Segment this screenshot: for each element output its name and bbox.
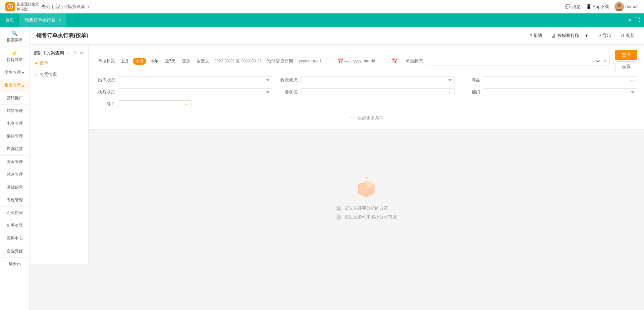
customer-dots-icon: ··· [184, 102, 189, 107]
sidebar-item-enterprise[interactable]: 企业协同 [0, 207, 29, 219]
sidebar-item-member-label: 畅会员 [9, 261, 21, 267]
sidebar-item-basic-info[interactable]: 基础信息 [0, 181, 29, 194]
sidebar-item-inventory[interactable]: 库存核算 [0, 143, 29, 156]
sidebar-item-sales[interactable]: 销售管理 [0, 105, 29, 117]
sidebar-item-finance[interactable]: 资金管理 [0, 156, 29, 168]
tab-home[interactable]: 首页 [0, 13, 19, 27]
edit-filter-icon[interactable]: ✎ [73, 50, 77, 56]
empty-tip-1: 1 请先选择要分析的方案 [336, 205, 397, 211]
expected-date-end-input[interactable] [350, 57, 390, 65]
svg-point-2 [618, 4, 621, 7]
empty-state: 1 请先选择要分析的方案 2 用过滤条件来缩小分析范围 [336, 173, 397, 220]
outbound-status-select[interactable] [118, 76, 272, 84]
calendar-end-icon[interactable]: 📅 [392, 58, 397, 64]
sidebar-item-wechat-work[interactable]: 企业微信 [0, 245, 29, 258]
sidebar-item-quick-nav-label: 快捷导航 [7, 57, 23, 63]
goods-input[interactable]: ··· [483, 76, 637, 84]
calendar-start-icon[interactable]: 📅 [337, 58, 343, 64]
sidebar-item-marketing[interactable]: 营销推广 [0, 92, 29, 105]
filter-item-欠货情况[interactable]: ○ 欠货情况 [30, 69, 88, 80]
filter-item-按单-icon: ● [35, 60, 38, 66]
goods-dots-icon: ··· [630, 78, 634, 83]
avatar [614, 2, 624, 11]
date-btn-7days[interactable]: 近7天 [162, 58, 178, 65]
outbound-status-field: 出库状态 ▼ [95, 76, 272, 84]
sidebar-item-ecommerce[interactable]: 电商管理 [0, 117, 29, 130]
tab-maximize-icon[interactable]: ⛶ [635, 17, 640, 23]
sidebar-item-wholesale[interactable]: 批发管理 ▲ [0, 79, 29, 92]
payment-status-field: 收款状态 ▼ [278, 76, 455, 84]
sidebar-item-search-menu-label: 搜索菜单 [7, 37, 23, 43]
sidebar-item-marketing-label: 营销推广 [7, 95, 23, 101]
sidebar-item-inventory-label: 库存核算 [7, 146, 23, 152]
sidebar-item-app-center[interactable]: 应用中心 [0, 232, 29, 245]
date-btn-more[interactable]: 更多 [179, 58, 193, 65]
sidebar-item-operations[interactable]: 经营管理 [0, 168, 29, 181]
tip-num-1: 1 [336, 205, 342, 211]
dept-select-wrapper: ▼ [483, 88, 637, 96]
customer-field: 客户 ··· [95, 100, 274, 108]
doc-status-dropdown-icon[interactable]: ▼ [601, 59, 609, 63]
print-dropdown-arrow[interactable]: ▼ [582, 32, 591, 40]
search-menu-icon: 🔍 [11, 30, 18, 37]
sidebar-item-guide-label: 新手引导 [7, 223, 23, 228]
filter-item-欠货情况-label: 欠货情况 [40, 71, 57, 78]
query-button[interactable]: 查询 [615, 50, 637, 60]
export-button[interactable]: ↗ 导出 [595, 31, 614, 40]
message-button[interactable]: 💬 消息 [565, 4, 581, 10]
doc-status-select[interactable] [426, 57, 601, 65]
add-filter-icon[interactable]: ＋ [66, 50, 71, 56]
settings-button[interactable]: 设置 [615, 61, 637, 72]
salesperson-dots-icon: ··· [447, 90, 452, 95]
sidebar-item-sys-mgmt-label: 系统管理 [7, 197, 23, 203]
date-filter-buttons: 上月 本月 本年 近7天 更多 自定义 2023-03-01 至 2023-03… [118, 58, 262, 65]
top-bar: 畅捷通好生意 标准版 办公用品行业模拟账套 ▼ 💬 消息 📱 App下载 dem… [0, 0, 644, 13]
date-btn-custom[interactable]: 自定义 [194, 58, 212, 65]
payment-status-select[interactable] [301, 76, 455, 84]
collapse-filters-button[interactable]: ⌃⌃ 收起更多条件 [95, 112, 637, 124]
date-btn-this-month[interactable]: 本月 [133, 58, 146, 65]
expected-date-field: 预计交货日期 📅 — 📅 [267, 57, 397, 65]
exec-status-select[interactable] [118, 88, 272, 96]
exec-select-wrapper: ▼ [118, 88, 272, 96]
tab-bar-right: ✕ ⛶ [628, 17, 644, 23]
salesperson-input[interactable]: ··· [301, 88, 455, 96]
tab-close-window-icon[interactable]: ✕ [628, 17, 632, 23]
tab-close-icon[interactable]: × [59, 18, 61, 22]
tab-bar: 首页 销售订单执行表 × ✕ ⛶ [0, 13, 644, 27]
search-row-3: 执行状态 ▼ 业务员 ··· [95, 88, 637, 96]
print-button[interactable]: 🖨 按模板打印 [549, 31, 582, 40]
customer-input[interactable]: ··· [118, 100, 192, 108]
sidebar-item-purchase[interactable]: 采购管理 [0, 130, 29, 143]
collapse-filter-icon[interactable]: ≪ [79, 50, 84, 56]
sidebar-item-member[interactable]: 畅会员 [0, 258, 29, 270]
sidebar: 🔍 搜索菜单 ⚡ 快捷导航 零售管理 ▼ 批发管理 ▲ 营销推广 销售管理 电商… [0, 27, 30, 310]
filter-item-欠货情况-icon: ○ [35, 72, 38, 77]
svg-marker-6 [364, 176, 369, 180]
sidebar-item-guide[interactable]: 新手引导 [0, 219, 29, 232]
sidebar-item-wholesale-label: 批发管理 [5, 83, 21, 88]
message-icon: 💬 [565, 4, 571, 9]
help-button[interactable]: ? 帮助 [527, 31, 545, 40]
date-btn-this-year[interactable]: 本年 [148, 58, 161, 65]
expected-date-start-input[interactable] [296, 57, 336, 65]
tab-active[interactable]: 销售订单执行表 × [19, 13, 66, 27]
results-area: 1 请先选择要分析的方案 2 用过滤条件来缩小分析范围 [89, 130, 644, 264]
doc-status-label: 单据状态 [403, 58, 423, 64]
date-btn-last-month[interactable]: 上月 [118, 58, 131, 65]
search-row-2: 出库状态 ▼ 收款状态 ▼ [95, 76, 637, 84]
sidebar-item-search-menu[interactable]: 🔍 搜索菜单 [0, 27, 29, 47]
app-download-button[interactable]: 📱 App下载 [586, 4, 609, 10]
breadcrumb[interactable]: 办公用品行业模拟账套 ▼ [42, 4, 90, 10]
sidebar-item-sys-mgmt[interactable]: 系统管理 [0, 194, 29, 207]
user-profile[interactable]: demo2 [614, 2, 639, 11]
sidebar-item-retail[interactable]: 零售管理 ▼ [0, 66, 29, 79]
department-select[interactable] [483, 88, 637, 96]
sidebar-item-quick-nav[interactable]: ⚡ 快捷导航 [0, 47, 29, 66]
top-bar-right: 💬 消息 📱 App下载 demo2 [565, 2, 639, 11]
filter-title-actions: ＋ ✎ ≪ [66, 50, 84, 56]
logo-text: 畅捷通好生意 标准版 [17, 2, 39, 11]
refresh-button[interactable]: ↺ 刷新 [618, 31, 637, 40]
filter-item-按单[interactable]: ● 按单 [30, 57, 88, 69]
doc-status-select-wrap: ▼ [426, 57, 610, 65]
